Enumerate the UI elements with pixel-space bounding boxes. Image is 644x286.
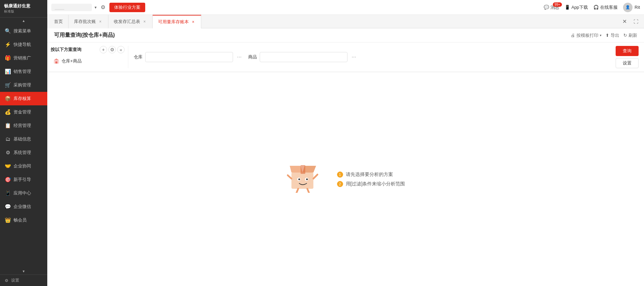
headset-icon: 🎧 — [593, 5, 599, 10]
industry-btn[interactable]: 体验行业方案 — [109, 3, 145, 12]
sidebar-label-member: 畅会员 — [14, 217, 27, 223]
svg-line-11 — [288, 175, 291, 179]
empty-step-1-text: 请先选择要分析的方案 — [346, 172, 393, 178]
sidebar-item-system[interactable]: ⚙ 系统管理 — [0, 146, 47, 159]
step-2-num: 2 — [337, 181, 343, 187]
sidebar-item-app-center[interactable]: 📱 应用中心 — [0, 186, 47, 200]
capital-icon: 💰 — [5, 109, 11, 115]
tab-batch-account-label: 库存批次账 — [74, 19, 96, 25]
sidebar-item-enterprise-coop[interactable]: 🤝 企业协同 — [0, 159, 47, 173]
sidebar-item-capital[interactable]: 💰 资金管理 — [0, 105, 47, 119]
product-input[interactable] — [260, 52, 347, 62]
print-chevron-icon: ▾ — [600, 33, 601, 37]
tabs-close-all-btn[interactable]: ✕ — [620, 17, 629, 26]
filter-row-1: 仓库 ··· 商品 ··· 查询 设置 — [134, 46, 639, 68]
sidebar-label-enterprise-coop: 企业协同 — [14, 163, 31, 169]
svg-rect-3 — [291, 173, 313, 189]
sidebar-item-ops[interactable]: 📋 经营管理 — [0, 119, 47, 132]
topbar-msg[interactable]: 💬 消息 99+ — [544, 4, 559, 10]
sidebar-item-search[interactable]: 🔍 搜索菜单 — [0, 24, 47, 38]
sidebar-item-purchase[interactable]: 🛒 采购管理 — [0, 78, 47, 92]
step-1-num: 1 — [337, 172, 343, 178]
topbar-service-label: 在线客服 — [600, 4, 618, 10]
sidebar-scroll-down[interactable]: ▼ — [0, 268, 47, 275]
logo-title: 畅康通好生意 — [4, 3, 43, 9]
sidebar-scroll-up[interactable]: ▲ — [0, 18, 47, 24]
page-content: 可用量查询(按仓库+商品) 🖨 按模板打印 ▾ ⬆ 导出 ↻ 刷新 — [47, 28, 644, 286]
sidebar-label-basic-info: 基础信息 — [14, 136, 31, 142]
scheme-warehouse-product[interactable]: 仓库+商品 — [51, 56, 125, 66]
main-area: ⎯⎯⎯⎯ ▾ ⚙ 体验行业方案 💬 消息 99+ 📱 App下载 🎧 在线客服 … — [47, 0, 644, 286]
export-btn[interactable]: ⬆ 导出 — [606, 32, 619, 38]
quick-nav-icon: ⚡ — [5, 42, 11, 48]
empty-step-2-text: 用[过滤]条件来缩小分析范围 — [346, 181, 405, 187]
printer-icon: 🖨 — [571, 33, 575, 38]
product-label: 商品 — [248, 54, 257, 60]
new-guide-icon: 🎯 — [5, 177, 11, 183]
avatar: 👤 — [623, 3, 633, 12]
topbar-dropdown[interactable]: ▾ — [95, 5, 97, 10]
member-icon: 👑 — [5, 217, 11, 223]
scheme-collapse-btn[interactable]: « — [117, 46, 125, 53]
warehouse-label: 仓库 — [134, 54, 143, 60]
sales-icon: 📊 — [5, 69, 11, 75]
sidebar-label-inventory: 库存核算 — [14, 96, 31, 102]
export-label: 导出 — [611, 32, 619, 38]
empty-icon-wrap — [286, 159, 327, 200]
sidebar-item-quick-nav[interactable]: ⚡ 快捷导航 — [0, 38, 47, 51]
print-label: 按模板打印 — [576, 32, 598, 38]
tab-batch-account[interactable]: 库存批次账 × — [69, 15, 108, 28]
sidebar-item-new-guide[interactable]: 🎯 新手引导 — [0, 173, 47, 186]
tab-batch-account-close[interactable]: × — [98, 19, 103, 24]
tab-receipt-summary[interactable]: 收发存汇总表 × — [108, 15, 153, 28]
tabs-bar-actions: ✕ ⛶ — [620, 17, 644, 26]
refresh-label: 刷新 — [628, 32, 637, 38]
empty-box-svg — [286, 159, 320, 193]
topbar-right: 💬 消息 99+ 📱 App下载 🎧 在线客服 👤 Rit — [544, 3, 640, 12]
ops-icon: 📋 — [5, 123, 11, 129]
tab-available-ledger[interactable]: 可用量库存账本 × — [153, 15, 201, 28]
add-scheme-btn[interactable]: + — [100, 46, 107, 53]
topbar-service[interactable]: 🎧 在线客服 — [593, 4, 618, 10]
message-icon: 💬 — [544, 5, 549, 10]
product-more-btn[interactable]: ··· — [350, 54, 357, 60]
scheme-settings-btn[interactable]: ⚙ — [108, 46, 116, 53]
refresh-icon: ↻ — [623, 33, 627, 38]
filter-field-product: 商品 ··· — [248, 52, 357, 62]
topbar-app[interactable]: 📱 App下载 — [565, 4, 588, 10]
topbar-app-label: App下载 — [571, 4, 588, 10]
sidebar-bottom[interactable]: ⚙ 设置 — [0, 275, 47, 286]
warehouse-input[interactable] — [145, 52, 233, 62]
sidebar-item-marketing[interactable]: 🎁 营销推广 — [0, 51, 47, 65]
topbar-user[interactable]: 👤 Rit — [623, 3, 640, 12]
topbar-gear-icon[interactable]: ⚙ — [101, 4, 105, 10]
sidebar-label-capital: 资金管理 — [14, 109, 31, 115]
svg-rect-2 — [55, 61, 57, 63]
phone-icon: 📱 — [565, 5, 570, 10]
topbar-search-display: ⎯⎯⎯⎯ — [51, 4, 92, 11]
filter-scheme-actions: + ⚙ « — [100, 46, 125, 53]
query-btn[interactable]: 查询 — [616, 46, 639, 56]
enterprise-coop-icon: 🤝 — [5, 163, 11, 169]
filter-actions-right: 查询 设置 — [616, 46, 639, 68]
sidebar-item-enterprise-wechat[interactable]: 💬 企业微信 — [0, 200, 47, 213]
tab-home[interactable]: 首页 — [47, 15, 69, 28]
tab-receipt-summary-close[interactable]: × — [142, 19, 147, 24]
filter-settings-btn[interactable]: 设置 — [616, 58, 639, 68]
tab-available-ledger-close[interactable]: × — [191, 20, 196, 24]
sidebar-items: 🔍 搜索菜单 ⚡ 快捷导航 🎁 营销推广 📊 销售管理 🛒 采购管理 📦 库存核… — [0, 24, 47, 268]
username: Rit — [635, 5, 640, 10]
settings-icon: ⚙ — [5, 278, 8, 283]
warehouse-more-btn[interactable]: ··· — [236, 54, 243, 60]
export-icon: ⬆ — [606, 33, 609, 38]
tabs-expand-btn[interactable]: ⛶ — [631, 17, 641, 26]
sidebar-label-system: 系统管理 — [14, 150, 31, 156]
refresh-btn[interactable]: ↻ 刷新 — [623, 32, 637, 38]
empty-step-1: 1 请先选择要分析的方案 — [337, 172, 405, 178]
sidebar-item-inventory[interactable]: 📦 库存核算 — [0, 92, 47, 105]
sidebar-item-sales[interactable]: 📊 销售管理 — [0, 65, 47, 78]
sidebar-item-basic-info[interactable]: 🗂 基础信息 — [0, 132, 47, 146]
tab-home-label: 首页 — [54, 19, 63, 25]
sidebar-item-member[interactable]: 👑 畅会员 — [0, 213, 47, 227]
print-btn[interactable]: 🖨 按模板打印 ▾ — [571, 32, 601, 38]
